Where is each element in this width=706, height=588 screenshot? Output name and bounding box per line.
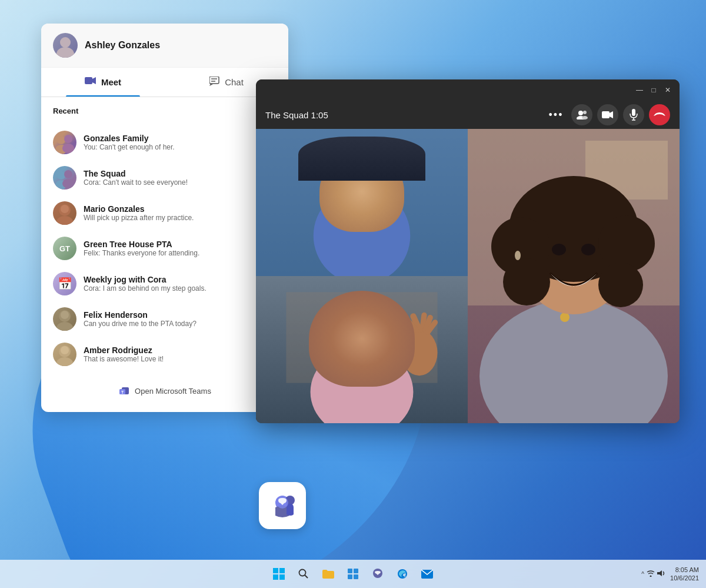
speaker-icon: [657, 570, 665, 577]
more-options-button[interactable]: •••: [545, 104, 567, 125]
file-explorer-button[interactable]: [318, 563, 339, 584]
list-item[interactable]: 📅 Weekly jog with Cora Cora: I am so beh…: [46, 266, 284, 301]
svg-point-39: [331, 139, 394, 181]
volume-icon[interactable]: [657, 570, 665, 578]
search-taskbar-button[interactable]: [293, 563, 314, 584]
wifi-icon[interactable]: [647, 570, 655, 578]
mail-taskbar-button[interactable]: [417, 563, 438, 584]
edge-icon: [397, 569, 408, 579]
system-clock[interactable]: 8:05 AM 10/6/2021: [670, 566, 699, 583]
open-teams-button[interactable]: T Open Microsoft Teams: [53, 379, 277, 403]
svg-point-22: [56, 357, 73, 366]
mail-icon: [421, 570, 433, 579]
contact-info: The Squad Cora: Can't wait to see everyo…: [84, 169, 277, 187]
contact-preview: Can you drive me to the PTA today?: [84, 320, 277, 328]
list-item[interactable]: Felix Henderson Can you drive me to the …: [46, 301, 284, 337]
task-view-icon: [348, 569, 358, 579]
avatar: GT: [53, 237, 76, 260]
list-item[interactable]: GT Green Tree House PTA Felix: Thanks ev…: [46, 231, 284, 266]
contact-info: Green Tree House PTA Felix: Thanks every…: [84, 240, 277, 257]
svg-point-65: [598, 263, 643, 307]
tab-meet-label: Meet: [101, 77, 121, 87]
svg-point-67: [581, 244, 595, 255]
contact-name: Weekly jog with Cora: [84, 275, 277, 284]
avatar: [53, 166, 76, 190]
end-call-button[interactable]: [649, 104, 670, 125]
list-item[interactable]: Mario Gonzales Will pick up pizza after …: [46, 195, 284, 231]
contact-info: Felix Henderson Can you drive me to the …: [84, 310, 277, 328]
svg-rect-40: [331, 160, 343, 184]
video-call-window: — □ ✕ The Squad 1:05 •••: [256, 79, 680, 423]
svg-point-16: [56, 216, 73, 225]
svg-rect-43: [349, 205, 377, 228]
search-icon: [298, 569, 309, 579]
svg-point-1: [56, 47, 74, 58]
task-view-button[interactable]: [342, 563, 364, 584]
network-icon: [647, 570, 655, 577]
camera-button[interactable]: [597, 104, 618, 125]
camera-icon: [85, 76, 96, 88]
participants-icon: [576, 110, 588, 119]
svg-line-77: [305, 575, 308, 578]
chat-panel-header: Ashley Gonzales: [41, 24, 288, 68]
user-display-name: Ashley Gonzales: [85, 40, 160, 51]
svg-rect-79: [354, 569, 358, 573]
svg-point-42: [314, 187, 411, 276]
minimize-button[interactable]: —: [635, 85, 644, 95]
recent-label: Recent: [53, 107, 277, 115]
svg-marker-32: [610, 111, 613, 118]
titlebar-controls: — □ ✕: [635, 85, 672, 95]
contact-preview: Cora: I am so behind on my step goals.: [84, 284, 277, 293]
taskbar: ^ 8:05 AM 10/6/2021: [0, 560, 706, 588]
svg-rect-31: [602, 111, 610, 118]
taskbar-center: [268, 563, 438, 584]
participants-button[interactable]: [571, 104, 592, 125]
chat-bubble-icon: [209, 77, 220, 88]
tab-meet[interactable]: Meet: [41, 68, 165, 97]
close-button[interactable]: ✕: [663, 85, 672, 95]
svg-point-47: [334, 294, 391, 333]
windows-logo-icon: [273, 568, 285, 580]
video-cell-person1: [256, 129, 468, 276]
user-avatar-placeholder: [53, 33, 78, 58]
contact-info: Weekly jog with Cora Cora: I am so behin…: [84, 275, 277, 293]
svg-point-10: [62, 144, 74, 153]
svg-rect-73: [279, 568, 285, 573]
user-avatar: [53, 33, 78, 58]
svg-point-76: [299, 570, 306, 576]
folder-icon: [322, 569, 334, 579]
contact-name: Mario Gonzales: [84, 204, 277, 214]
teams-app-icon[interactable]: [259, 482, 306, 529]
list-item[interactable]: Gonzales Family You: Can't get enough of…: [46, 125, 284, 160]
mic-button[interactable]: [623, 104, 644, 125]
svg-point-11: [57, 171, 65, 180]
svg-point-12: [64, 170, 72, 178]
call-title: The Squad 1:05: [265, 110, 541, 120]
contact-preview: You: Can't get enough of her.: [84, 143, 277, 151]
chevron-icon[interactable]: ^: [641, 571, 644, 577]
video-cell-person3: [468, 129, 680, 423]
svg-point-23: [61, 346, 69, 354]
taskbar-right: ^ 8:05 AM 10/6/2021: [641, 566, 699, 583]
video-cell-person2: [256, 276, 468, 423]
contact-info: Amber Rodriguez That is awesome! Love it…: [84, 346, 277, 363]
avatar: [53, 307, 76, 331]
svg-point-7: [57, 136, 65, 144]
start-button[interactable]: [268, 563, 289, 584]
list-item[interactable]: Amber Rodriguez That is awesome! Love it…: [46, 337, 284, 372]
maximize-button[interactable]: □: [649, 85, 658, 95]
svg-point-20: [61, 311, 69, 319]
svg-rect-41: [381, 160, 394, 184]
teams-chat-taskbar-button[interactable]: [367, 563, 388, 584]
avatar: [53, 201, 76, 225]
svg-rect-4: [209, 77, 219, 84]
svg-point-49: [401, 330, 438, 376]
list-item[interactable]: The Squad Cora: Can't wait to see everyo…: [46, 160, 284, 195]
svg-point-46: [335, 298, 389, 359]
edge-button[interactable]: [392, 563, 413, 584]
contact-info: Mario Gonzales Will pick up pizza after …: [84, 204, 277, 222]
svg-point-30: [582, 116, 588, 119]
svg-point-28: [583, 111, 587, 114]
contact-name: Amber Rodriguez: [84, 346, 277, 355]
svg-point-66: [552, 244, 566, 255]
